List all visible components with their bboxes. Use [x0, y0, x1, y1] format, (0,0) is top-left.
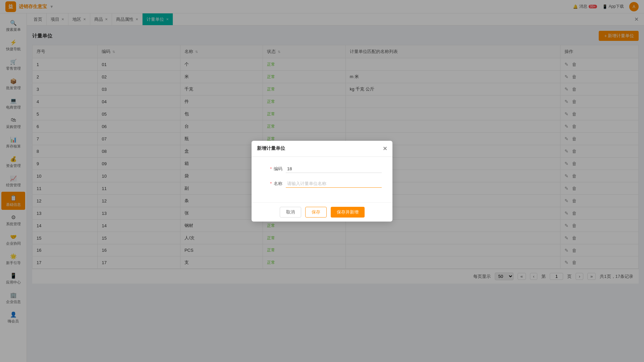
modal-body: * 编码 * 名称	[252, 157, 392, 202]
code-label: * 编码	[262, 166, 282, 172]
modal-footer: 取消 保存 保存并新增	[252, 202, 392, 222]
code-input[interactable]	[286, 165, 382, 173]
name-input[interactable]	[286, 180, 382, 188]
modal-header: 新增计量单位 ✕	[252, 141, 392, 157]
modal-close-btn[interactable]: ✕	[383, 145, 387, 152]
save-button[interactable]: 保存	[305, 207, 327, 218]
modal-overlay[interactable]: 新增计量单位 ✕ * 编码 * 名称 取消 保存 保存并新增	[0, 0, 644, 362]
add-unit-modal: 新增计量单位 ✕ * 编码 * 名称 取消 保存 保存并新增	[252, 141, 392, 222]
required-star-code: *	[270, 166, 272, 171]
code-form-row: * 编码	[262, 165, 382, 173]
name-form-row: * 名称	[262, 180, 382, 188]
modal-title: 新增计量单位	[257, 145, 285, 152]
save-and-new-button[interactable]: 保存并新增	[331, 207, 365, 218]
name-label: * 名称	[262, 181, 282, 187]
required-star-name: *	[270, 181, 272, 186]
cancel-button[interactable]: 取消	[280, 207, 301, 218]
